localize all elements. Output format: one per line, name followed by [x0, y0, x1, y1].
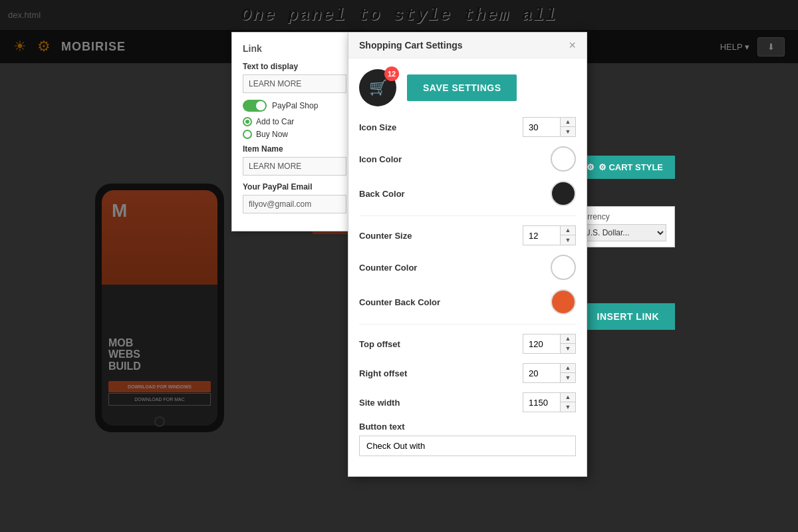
- right-offset-spinners: ▲ ▼: [560, 364, 575, 382]
- counter-color-row: Counter Color: [359, 255, 576, 280]
- right-offset-row: Right offset ▲ ▼: [359, 363, 576, 383]
- cart-style-button[interactable]: ⚙ ⚙ CART STYLE: [575, 156, 675, 179]
- icon-size-label: Icon Size: [359, 122, 396, 132]
- right-offset-input[interactable]: [523, 365, 560, 382]
- icon-size-input[interactable]: [523, 119, 560, 136]
- site-width-input[interactable]: [523, 394, 560, 411]
- insert-link-button[interactable]: INSERT LINK: [581, 303, 675, 330]
- icon-size-spinners: ▲ ▼: [560, 118, 575, 136]
- top-offset-spinners: ▲ ▼: [560, 334, 575, 353]
- back-color-row: Back Color: [359, 181, 576, 206]
- add-to-cart-label: Add to Car: [256, 117, 294, 126]
- icon-size-up[interactable]: ▲: [561, 118, 575, 127]
- icon-size-down[interactable]: ▼: [561, 127, 575, 136]
- right-offset-input-wrapper: ▲ ▼: [523, 363, 576, 383]
- right-offset-up[interactable]: ▲: [561, 364, 575, 373]
- dialog-title: Shopping Cart Settings: [359, 40, 463, 51]
- button-text-input[interactable]: [359, 436, 576, 456]
- right-offset-label: Right offset: [359, 368, 407, 378]
- counter-size-spinners: ▲ ▼: [560, 226, 575, 245]
- item-name-label: Item Name: [243, 144, 346, 154]
- counter-size-label: Counter Size: [359, 231, 412, 241]
- site-width-spinners: ▲ ▼: [560, 393, 575, 412]
- counter-color-swatch[interactable]: [551, 255, 576, 280]
- button-text-row: Button text: [359, 422, 576, 456]
- icon-color-row: Icon Color: [359, 146, 576, 172]
- paypal-toggle[interactable]: [243, 100, 267, 112]
- dialog-close-button[interactable]: ×: [569, 39, 576, 51]
- site-width-label: Site width: [359, 398, 400, 408]
- counter-size-up[interactable]: ▲: [561, 226, 575, 235]
- counter-size-row: Counter Size ▲ ▼: [359, 225, 576, 245]
- counter-color-label: Counter Color: [359, 263, 417, 273]
- right-offset-down[interactable]: ▼: [561, 373, 575, 382]
- buy-now-radio[interactable]: [243, 130, 252, 139]
- dialog-body: 🛒 12 SAVE SETTINGS Icon Size ▲ ▼ Icon Co…: [348, 59, 587, 476]
- cart-badge: 12: [384, 66, 399, 81]
- counter-size-input[interactable]: [523, 227, 560, 244]
- section-divider: [359, 215, 576, 216]
- cart-settings-dialog: Shopping Cart Settings × 🛒 12 SAVE SETTI…: [348, 32, 587, 477]
- top-offset-input[interactable]: [523, 336, 560, 352]
- add-to-cart-radio[interactable]: [243, 117, 252, 126]
- cart-style-label: ⚙ CART STYLE: [598, 162, 663, 172]
- top-offset-label: Top offset: [359, 339, 400, 349]
- section-divider-2: [359, 324, 576, 325]
- icon-size-row: Icon Size ▲ ▼: [359, 117, 576, 137]
- link-panel-title: Link: [243, 43, 346, 54]
- dialog-top-row: 🛒 12 SAVE SETTINGS: [359, 69, 576, 106]
- site-width-down[interactable]: ▼: [561, 402, 575, 412]
- site-width-row: Site width ▲ ▼: [359, 392, 576, 412]
- text-to-display-label: Text to display: [243, 62, 346, 71]
- top-offset-up[interactable]: ▲: [561, 334, 575, 344]
- counter-size-down[interactable]: ▼: [561, 235, 575, 245]
- paypal-toggle-row: PayPal Shop: [243, 100, 346, 112]
- add-to-cart-row[interactable]: Add to Car: [243, 117, 346, 126]
- cart-icon: 🛒: [369, 79, 387, 96]
- cart-style-icon: ⚙: [587, 162, 595, 172]
- paypal-email-label: Your PayPal Email: [243, 182, 346, 192]
- text-to-display-input[interactable]: [243, 74, 346, 93]
- buy-now-label: Buy Now: [256, 130, 288, 139]
- icon-color-label: Icon Color: [359, 154, 402, 164]
- top-offset-input-wrapper: ▲ ▼: [523, 334, 576, 354]
- currency-label: Currency: [577, 212, 666, 221]
- top-offset-row: Top offset ▲ ▼: [359, 334, 576, 354]
- currency-select[interactable]: U.S. Dollar...: [577, 224, 666, 241]
- paypal-email-input[interactable]: [243, 195, 346, 213]
- icon-color-swatch[interactable]: [551, 146, 576, 172]
- icon-size-input-wrapper: ▲ ▼: [523, 117, 576, 137]
- back-color-swatch[interactable]: [551, 181, 576, 206]
- counter-back-color-label: Counter Back Color: [359, 297, 440, 307]
- top-offset-down[interactable]: ▼: [561, 344, 575, 353]
- counter-back-color-swatch[interactable]: [551, 289, 576, 315]
- dialog-header: Shopping Cart Settings ×: [348, 33, 587, 59]
- site-width-input-wrapper: ▲ ▼: [523, 392, 576, 412]
- back-color-label: Back Color: [359, 189, 405, 199]
- link-panel: Link Text to display PayPal Shop Add to …: [231, 32, 358, 231]
- buy-now-row[interactable]: Buy Now: [243, 130, 346, 139]
- counter-back-color-row: Counter Back Color: [359, 289, 576, 315]
- site-width-up[interactable]: ▲: [561, 393, 575, 402]
- save-settings-button[interactable]: SAVE SETTINGS: [407, 74, 517, 101]
- cart-icon-wrapper: 🛒 12: [359, 69, 396, 106]
- item-name-input[interactable]: [243, 157, 346, 176]
- paypal-toggle-label: PayPal Shop: [272, 101, 318, 110]
- button-text-label: Button text: [359, 422, 405, 432]
- counter-size-input-wrapper: ▲ ▼: [523, 225, 576, 245]
